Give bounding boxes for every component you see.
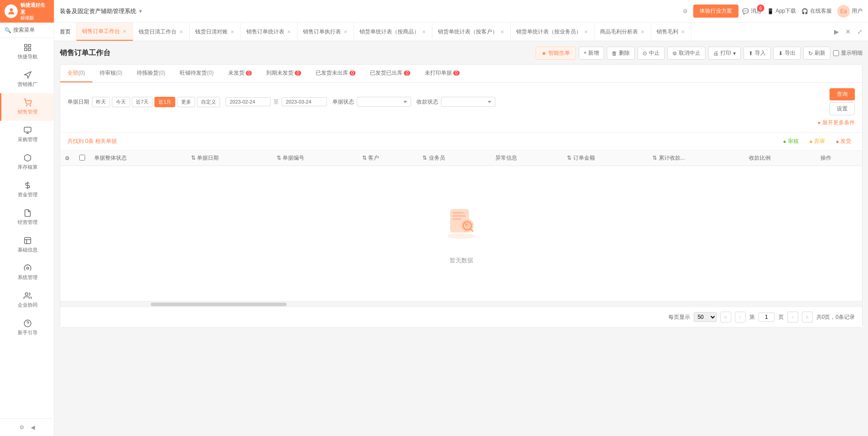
svg-rect-4: [29, 48, 31, 51]
date-custom[interactable]: 自定义: [197, 97, 220, 107]
filter-tab-expired-not-shipped[interactable]: 到期未发货0: [259, 65, 308, 82]
tab-close-gross-profit[interactable]: ✕: [640, 28, 645, 35]
tab-cash-reconcile[interactable]: 钱货日清对账 ✕: [190, 23, 241, 41]
scrollbar-thumb[interactable]: [151, 303, 287, 306]
batch-review-button[interactable]: ● 审核: [779, 136, 802, 147]
app-download-button[interactable]: 📱 App下载: [767, 7, 796, 15]
show-detail-input[interactable]: [833, 50, 839, 56]
tab-close-cash-reconcile[interactable]: ✕: [230, 28, 235, 35]
date-yesterday[interactable]: 昨天: [92, 97, 110, 107]
tab-close-sales-exec[interactable]: ✕: [343, 28, 348, 35]
sidebar-item-operation[interactable]: 经营管理: [0, 204, 54, 231]
import-button[interactable]: ⬆ 导入: [743, 47, 771, 60]
solution-button[interactable]: 体验行业方案: [693, 5, 739, 18]
filter-tab-pending-review[interactable]: 待审核(0): [92, 65, 130, 82]
filter-tab-all[interactable]: 全部(0): [60, 65, 92, 82]
tab-sales-stat[interactable]: 销售订单统计表 ✕: [241, 23, 297, 41]
sidebar-item-purchase[interactable]: 采购管理: [0, 121, 54, 148]
tab-cash-daily[interactable]: 钱货日清工作台 ✕: [133, 23, 190, 41]
batch-cancel-review-button[interactable]: ● 弃审: [806, 136, 829, 147]
sidebar-item-base[interactable]: 基础信息: [0, 231, 54, 259]
stop-button[interactable]: ⊙ 中止: [638, 47, 665, 60]
col-amount[interactable]: ⇅ 订单金额: [562, 151, 648, 166]
sidebar-item-marketing[interactable]: 营销推广: [0, 66, 54, 93]
query-button[interactable]: 查询: [830, 88, 855, 100]
tab-close-sales-by-customer[interactable]: ✕: [499, 28, 505, 35]
sidebar-item-quick-nav[interactable]: 快捷导航: [0, 38, 54, 66]
date-to-input[interactable]: [282, 97, 327, 106]
filter-tab-shipped-out[interactable]: 已发货已出库0: [363, 65, 417, 82]
search-row-1: 单据日期 昨天 今天 近7天 近1月 更多 自定义 至: [67, 88, 855, 115]
expand-more-button[interactable]: ▾ 展开更多条件: [818, 119, 855, 127]
filter-tab-not-shipped[interactable]: 未发货0: [221, 65, 259, 82]
tab-scroll-right-button[interactable]: ▶: [832, 26, 841, 37]
tab-close-sales-gross[interactable]: ✕: [680, 28, 686, 35]
tab-sales-by-staff[interactable]: 销货单统计表（按业务员） ✕: [511, 23, 595, 41]
export-button[interactable]: ⬇ 导出: [773, 47, 801, 60]
payment-select[interactable]: [441, 97, 495, 107]
date-1month[interactable]: 近1月: [154, 97, 175, 107]
filter-tab-wangpu-ship[interactable]: 旺铺待发货(0): [173, 65, 221, 82]
page-title: 销售订单工作台: [60, 48, 110, 58]
page-size-select[interactable]: 20 50 100: [694, 312, 717, 322]
tab-close-sales-by-product[interactable]: ✕: [421, 28, 427, 35]
first-page-button[interactable]: «: [720, 312, 731, 322]
next-page-button[interactable]: ›: [787, 312, 798, 322]
sidebar-item-guide[interactable]: 新手引导: [0, 314, 54, 341]
sidebar-item-finance[interactable]: 资金管理: [0, 176, 54, 204]
sidebar-search[interactable]: 🔍 搜索菜单: [0, 23, 54, 38]
tab-gross-profit[interactable]: 商品毛利分析表 ✕: [595, 23, 651, 41]
filter-tab-shipped-not-out[interactable]: 已发货未出库0: [308, 65, 363, 82]
page-number-input[interactable]: [758, 313, 775, 322]
filter-tabs: 全部(0) 待审核(0) 待拣验货(0) 旺铺待发货(0) 未发货0 到期未发货…: [60, 65, 862, 83]
date-today[interactable]: 今天: [112, 97, 130, 107]
tab-close-all-button[interactable]: ✕: [844, 26, 853, 37]
user-menu[interactable]: Ea 用户: [837, 5, 863, 18]
set-button[interactable]: 设置: [830, 102, 855, 115]
cancel-stop-button[interactable]: ⊚ 取消中止: [667, 47, 705, 60]
col-status[interactable]: 单据整体状态: [90, 151, 187, 166]
sidebar-item-sales[interactable]: 销售管理: [0, 93, 54, 121]
tab-close-sales-stat[interactable]: ✕: [286, 28, 292, 35]
tab-close-sales-by-staff[interactable]: ✕: [583, 28, 589, 35]
filter-tab-pending-inspect[interactable]: 待拣验货(0): [129, 65, 173, 82]
col-customer[interactable]: ⇅ 客户: [358, 151, 418, 166]
message-button[interactable]: 💬 消息 6: [742, 7, 762, 15]
online-service-button[interactable]: 🎧 在线客服: [801, 7, 832, 15]
col-number[interactable]: ⇅ 单据编号: [272, 151, 358, 166]
tab-sales-gross[interactable]: 销售毛利 ✕: [651, 23, 691, 41]
tab-home[interactable]: 首页: [54, 23, 77, 41]
settings-icon[interactable]: ⚙: [681, 6, 690, 16]
delete-button[interactable]: 🗑 删除: [607, 47, 635, 60]
print-button[interactable]: 🖨 打印 ▾: [708, 47, 741, 60]
col-gear[interactable]: ⚙: [60, 151, 75, 166]
smart-create-button[interactable]: ★ 智能生单: [536, 47, 576, 60]
tab-close-cash-daily[interactable]: ✕: [178, 28, 184, 35]
sidebar-item-system[interactable]: 系统管理: [0, 259, 54, 286]
col-date[interactable]: ⇅ 单据日期: [187, 151, 272, 166]
new-button[interactable]: + 新增: [579, 47, 604, 60]
show-detail-checkbox[interactable]: 显示明细: [833, 49, 863, 57]
sidebar-item-enterprise[interactable]: 企业协同: [0, 286, 54, 314]
svg-rect-18: [452, 212, 464, 213]
filter-tab-not-printed[interactable]: 未打印单据0: [417, 65, 467, 82]
horizontal-scrollbar[interactable]: [60, 301, 862, 307]
sidebar-item-inventory[interactable]: 库存核算: [0, 148, 54, 176]
tab-sales-workbench[interactable]: 销售订单工作台 ✕: [77, 23, 133, 41]
collapse-button[interactable]: ◀: [29, 422, 37, 432]
prev-page-button[interactable]: ‹: [735, 312, 746, 322]
settings-button[interactable]: ⚙: [18, 422, 26, 432]
tab-sales-by-customer[interactable]: 销货单统计表（按客户） ✕: [432, 23, 511, 41]
batch-ship-button[interactable]: ● 发货: [832, 136, 855, 147]
last-page-button[interactable]: »: [802, 312, 813, 322]
date-from-input[interactable]: [225, 97, 271, 106]
refresh-button[interactable]: ↻ 刷新: [803, 47, 830, 60]
tab-maximize-button[interactable]: ⤢: [855, 26, 864, 37]
date-7days[interactable]: 近7天: [132, 97, 153, 107]
tab-sales-by-product[interactable]: 销货单统计表（按商品） ✕: [354, 23, 432, 41]
date-more[interactable]: 更多: [177, 97, 195, 107]
select-all-checkbox[interactable]: [79, 155, 85, 161]
tab-sales-exec[interactable]: 销售订单执行表 ✕: [297, 23, 354, 41]
tab-close-sales-workbench[interactable]: ✕: [122, 28, 127, 35]
status-select[interactable]: [357, 97, 411, 107]
